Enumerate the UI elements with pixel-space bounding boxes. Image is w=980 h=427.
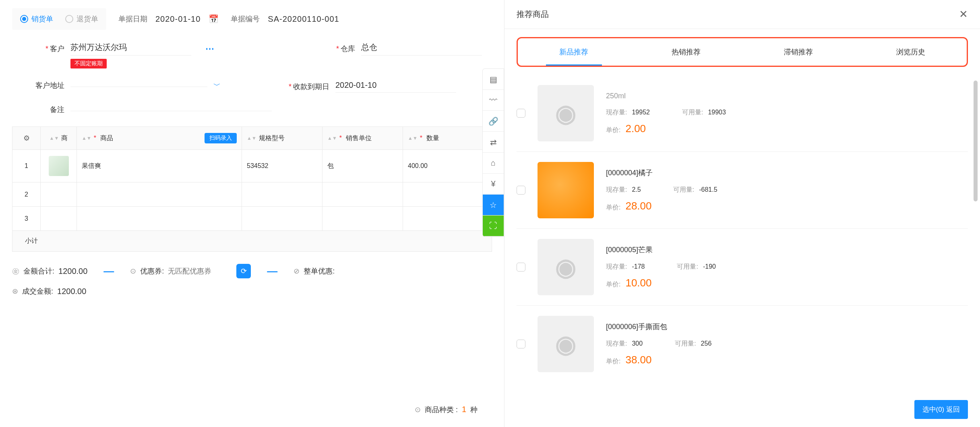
radio-checked-icon bbox=[20, 15, 28, 23]
row-product[interactable]: 果倍爽 bbox=[77, 150, 242, 182]
row-qty[interactable] bbox=[403, 182, 459, 206]
col-spec[interactable]: ▲▼规格型号 bbox=[242, 127, 323, 149]
col-image[interactable]: ▲▼商 bbox=[41, 127, 77, 149]
doc-date-label: 单据日期 bbox=[118, 14, 147, 24]
price-label: 单价: bbox=[606, 357, 620, 366]
item-checkbox[interactable] bbox=[517, 340, 525, 348]
table-row[interactable]: 3 bbox=[12, 207, 492, 231]
link-icon[interactable]: 🔗 bbox=[483, 111, 504, 132]
col-unit[interactable]: ▲▼*销售单位 bbox=[323, 127, 403, 149]
chevron-down-icon[interactable]: ﹀ bbox=[213, 81, 221, 90]
customer-select-icon[interactable]: ⋯ bbox=[205, 44, 214, 54]
item-checkbox[interactable] bbox=[517, 263, 525, 272]
row-unit[interactable]: 包 bbox=[323, 150, 403, 182]
refresh-icon[interactable]: ⟳ bbox=[236, 264, 251, 278]
radio-unchecked-icon bbox=[65, 15, 73, 23]
stock-label: 现存量: bbox=[606, 186, 627, 193]
price-label: 单价: bbox=[606, 126, 620, 135]
coupon-input[interactable] bbox=[168, 267, 232, 276]
table-row[interactable]: 1 果倍爽 534532 包 400.00 bbox=[12, 150, 492, 182]
row-index: 3 bbox=[12, 207, 41, 230]
close-icon[interactable]: ✕ bbox=[959, 8, 968, 21]
avail-value: -681.5 bbox=[699, 186, 717, 193]
col-product[interactable]: ▲▼*商品扫码录入 bbox=[77, 127, 242, 149]
row-thumb bbox=[41, 182, 77, 206]
avail-label: 可用量: bbox=[677, 263, 698, 270]
price-value: 10.00 bbox=[625, 277, 651, 289]
row-qty[interactable] bbox=[403, 207, 459, 230]
row-qty[interactable]: 400.00 bbox=[403, 150, 459, 182]
doc-number-value: SA-20200110-001 bbox=[268, 15, 339, 24]
item-name: 250ml bbox=[606, 92, 968, 100]
star-icon[interactable]: ☆ bbox=[483, 195, 504, 216]
row-product[interactable] bbox=[77, 182, 242, 206]
item-thumbnail: ◉ bbox=[538, 316, 594, 372]
customer-value[interactable]: 苏州万达沃尔玛 bbox=[70, 42, 191, 56]
stock-value: -178 bbox=[632, 263, 645, 270]
return-order-radio[interactable]: 退货单 bbox=[65, 14, 98, 24]
gear-icon[interactable]: ⚙ bbox=[23, 134, 30, 143]
recommend-item: ◉ [0000005]芒果 现存量:-178 可用量:-190 单价: 10.0… bbox=[517, 229, 968, 306]
recommend-tab[interactable]: 浏览历史 bbox=[854, 38, 967, 66]
sales-order-radio[interactable]: 销货单 bbox=[20, 14, 53, 24]
coupon-icon: ⊙ bbox=[130, 267, 136, 276]
col-qty[interactable]: ▲▼*数量 bbox=[403, 127, 459, 149]
recommend-tab[interactable]: 热销推荐 bbox=[630, 38, 742, 66]
row-product[interactable] bbox=[77, 207, 242, 230]
item-thumbnail: ◉ bbox=[538, 239, 594, 295]
kind-unit: 种 bbox=[470, 405, 478, 415]
item-checkbox[interactable] bbox=[517, 186, 525, 195]
row-index: 1 bbox=[12, 150, 41, 182]
deal-label: 成交金额: bbox=[22, 286, 53, 296]
subtotal-label: 小计 bbox=[17, 237, 45, 245]
stock-label: 现存量: bbox=[606, 109, 627, 116]
chart-icon[interactable]: 〰 bbox=[483, 90, 504, 111]
row-spec[interactable] bbox=[242, 207, 323, 230]
row-spec[interactable]: 534532 bbox=[242, 150, 323, 182]
sales-order-label: 销货单 bbox=[31, 14, 53, 24]
price-label: 单价: bbox=[606, 203, 620, 212]
calendar-icon[interactable]: 📅 bbox=[209, 14, 219, 24]
item-thumbnail: ◉ bbox=[538, 85, 594, 141]
avail-value: -190 bbox=[703, 263, 716, 270]
due-date-value[interactable]: 2020-01-10 bbox=[335, 81, 456, 93]
remark-label: 备注 bbox=[12, 105, 64, 114]
coupon-label: 优惠券: bbox=[140, 266, 164, 276]
kind-count: 1 bbox=[462, 405, 466, 414]
currency-icon[interactable]: ¥ bbox=[483, 174, 504, 195]
row-unit[interactable] bbox=[323, 207, 403, 230]
recommend-item: ◉ 250ml 现存量:19952 可用量:19903 单价: 2.00 bbox=[517, 75, 968, 152]
stock-label: 现存量: bbox=[606, 263, 627, 270]
shelter-icon[interactable]: ⌂ bbox=[483, 153, 504, 174]
row-spec[interactable] bbox=[242, 182, 323, 206]
item-name: [0000005]芒果 bbox=[606, 245, 968, 255]
address-value[interactable] bbox=[70, 84, 207, 87]
stock-value: 2.5 bbox=[632, 186, 641, 193]
item-name: [0000006]手撕面包 bbox=[606, 322, 968, 332]
total-label: 金额合计: bbox=[23, 266, 54, 276]
whole-discount-label: 整单优惠: bbox=[304, 266, 335, 276]
remark-value[interactable] bbox=[70, 108, 272, 111]
item-checkbox[interactable] bbox=[517, 109, 525, 118]
table-row[interactable]: 2 bbox=[12, 182, 492, 207]
doc-date-value[interactable]: 2020-01-10 bbox=[155, 15, 201, 24]
deal-value: 1200.00 bbox=[57, 287, 86, 296]
doc-icon[interactable]: ▤ bbox=[483, 69, 504, 90]
due-date-label: *收款到期日 bbox=[277, 82, 329, 91]
exchange-icon[interactable]: ⇄ bbox=[483, 132, 504, 153]
scan-input-button[interactable]: 扫码录入 bbox=[205, 133, 237, 143]
expand-icon[interactable]: ⛶ bbox=[483, 216, 504, 236]
avail-label: 可用量: bbox=[682, 109, 703, 116]
row-thumb bbox=[41, 207, 77, 230]
row-unit[interactable] bbox=[323, 182, 403, 206]
recommend-tab[interactable]: 滞销推荐 bbox=[742, 38, 855, 66]
total-value: 1200.00 bbox=[58, 267, 87, 276]
select-return-button[interactable]: 选中(0) 返回 bbox=[914, 400, 968, 419]
scrollbar[interactable] bbox=[974, 81, 978, 201]
payment-term-badge: 不固定账期 bbox=[70, 59, 107, 68]
side-toolbar: ▤ 〰 🔗 ⇄ ⌂ ¥ ☆ ⛶ bbox=[482, 68, 504, 237]
recommend-tab[interactable]: 新品推荐 bbox=[518, 38, 630, 66]
warehouse-value[interactable]: 总仓 bbox=[361, 42, 482, 56]
stock-value: 19952 bbox=[632, 109, 650, 116]
row-index: 2 bbox=[12, 182, 41, 206]
